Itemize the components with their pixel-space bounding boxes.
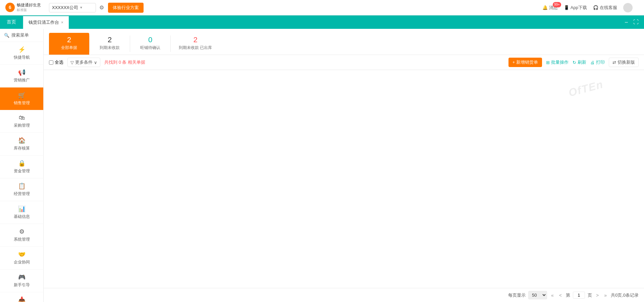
batch-label: 批量操作 bbox=[551, 59, 569, 65]
search-menu-item[interactable]: 🔍 搜索菜单 bbox=[0, 29, 43, 42]
stat-tab-pending-confirm[interactable]: 0 旺铺待确认 bbox=[130, 33, 170, 55]
notification-badge: 99+ bbox=[553, 2, 561, 7]
sidebar-item-beginner[interactable]: 🎮 新手引导 bbox=[0, 269, 43, 292]
prev-page-button[interactable]: < bbox=[558, 292, 563, 299]
filter-icon: ▽ bbox=[70, 60, 74, 65]
sales-icon: 🛒 bbox=[18, 92, 25, 99]
online-service[interactable]: 🎧 在线客服 bbox=[593, 5, 617, 11]
home-label: 首页 bbox=[7, 19, 16, 25]
per-page-select[interactable]: 50 100 200 bbox=[528, 291, 547, 299]
quick-nav-icon: ⚡ bbox=[18, 46, 25, 53]
logo-icon: 6 bbox=[5, 3, 15, 12]
content-area: 2 全部单据 2 到期未收款 0 旺铺待确认 2 到期未收款 已出库 bbox=[44, 29, 644, 302]
company-selector[interactable]: XXXXXX公司 ▼ bbox=[49, 3, 96, 12]
tab-close-icon[interactable]: × bbox=[61, 20, 63, 25]
sidebar-item-label: 新手引导 bbox=[14, 282, 30, 288]
stat-tab-overdue-unshipped[interactable]: 2 到期未收款 已出库 bbox=[171, 33, 220, 55]
notification-area[interactable]: 🔔 消息 99+ bbox=[542, 5, 558, 11]
sidebar-item-inventory[interactable]: 🏠 库存核算 bbox=[0, 133, 43, 156]
sidebar-item-sales[interactable]: 🛒 销售管理 bbox=[0, 87, 43, 110]
search-icon: 🔍 bbox=[4, 33, 9, 38]
next-page-button[interactable]: > bbox=[595, 292, 600, 299]
settings-icon[interactable]: ⚙ bbox=[99, 4, 104, 11]
found-count-text: 共找到 0 条 相关单据 bbox=[104, 59, 145, 65]
operation-icon: 📋 bbox=[18, 182, 25, 190]
bell-icon: 🔔 bbox=[542, 5, 548, 10]
stat-label-pending-confirm: 旺铺待确认 bbox=[140, 45, 160, 51]
sidebar-item-app-center[interactable]: 📥 应用中心 bbox=[0, 292, 43, 302]
first-page-button[interactable]: « bbox=[550, 292, 555, 299]
print-icon: 🖨 bbox=[590, 60, 595, 65]
stat-num-overdue-unpaid: 2 bbox=[108, 36, 112, 44]
top-right-area: 🔔 消息 99+ 📱 App下载 🎧 在线客服 bbox=[542, 3, 639, 12]
sidebar-item-cooperation[interactable]: 🤝 企业协同 bbox=[0, 247, 43, 269]
sidebar-item-purchase[interactable]: 🛍 采购管理 bbox=[0, 110, 43, 133]
app-download[interactable]: 📱 App下载 bbox=[564, 5, 587, 11]
sidebar-item-label: 系统管理 bbox=[14, 237, 30, 242]
top-bar: 6 畅捷通好生意 标准版 XXXXXX公司 ▼ ⚙ 体验行业方案 🔔 消息 99… bbox=[0, 0, 644, 15]
beginner-icon: 🎮 bbox=[18, 274, 25, 281]
system-icon: ⚙ bbox=[19, 228, 24, 235]
filter-label: 更多条件 bbox=[75, 59, 93, 65]
sidebar-item-base-info[interactable]: 📊 基础信息 bbox=[0, 201, 43, 224]
switch-version-button[interactable]: ⇄ 切换新版 bbox=[609, 58, 639, 67]
avatar[interactable] bbox=[623, 3, 633, 12]
total-info: 共0页,0条记录 bbox=[611, 292, 639, 298]
found-number: 0 bbox=[119, 60, 121, 65]
online-service-label: 在线客服 bbox=[600, 5, 617, 11]
inventory-icon: 🏠 bbox=[18, 137, 25, 144]
sidebar-item-operation[interactable]: 📋 经营管理 bbox=[0, 178, 43, 201]
switch-icon: ⇄ bbox=[612, 60, 616, 65]
company-name: XXXXXX公司 bbox=[52, 5, 78, 11]
tab-minimize-icon[interactable]: – bbox=[624, 18, 629, 26]
sidebar-item-system[interactable]: ⚙ 系统管理 bbox=[0, 224, 43, 247]
marketing-icon: 📢 bbox=[18, 69, 25, 76]
search-menu-label: 搜索菜单 bbox=[11, 32, 29, 38]
base-info-icon: 📊 bbox=[18, 205, 25, 213]
sidebar: 🔍 搜索菜单 ⚡ 快捷导航 📢 营销推广 🛒 销售管理 🛍 采购管理 🏠 库存核… bbox=[0, 29, 44, 302]
stat-num-overdue-unshipped: 2 bbox=[194, 36, 198, 44]
last-page-button[interactable]: » bbox=[603, 292, 608, 299]
select-all-label: 全选 bbox=[55, 59, 63, 65]
print-label: 打印 bbox=[596, 59, 605, 65]
select-all-checkbox[interactable]: 全选 bbox=[49, 59, 63, 65]
add-sales-order-button[interactable]: + 新增销货单 bbox=[508, 58, 542, 67]
logo-area: 6 畅捷通好生意 标准版 bbox=[5, 3, 49, 12]
company-dropdown-icon: ▼ bbox=[79, 6, 83, 9]
tab-maximize-icon[interactable]: ⛶ bbox=[632, 18, 640, 26]
sidebar-item-label: 企业协同 bbox=[14, 259, 30, 265]
refresh-button[interactable]: ↻ 刷新 bbox=[573, 59, 586, 65]
sidebar-item-label: 库存核算 bbox=[14, 145, 30, 151]
sidebar-item-label: 营销推广 bbox=[14, 77, 30, 83]
print-button[interactable]: 🖨 打印 bbox=[590, 59, 605, 65]
tab-home[interactable]: 首页 bbox=[0, 15, 23, 29]
sidebar-item-quick-nav[interactable]: ⚡ 快捷导航 bbox=[0, 42, 43, 65]
toolbar: 全选 ▽ 更多条件 ∨ 共找到 0 条 相关单据 + 新增销货单 ⊞ 批量操作 bbox=[44, 55, 644, 70]
service-icon: 🎧 bbox=[593, 5, 598, 10]
per-page-label: 每页显示 bbox=[508, 292, 526, 298]
batch-operation-button[interactable]: ⊞ 批量操作 bbox=[546, 59, 569, 65]
refresh-label: 刷新 bbox=[578, 59, 586, 65]
trial-button[interactable]: 体验行业方案 bbox=[108, 3, 144, 13]
filter-dropdown-icon: ∨ bbox=[94, 60, 97, 65]
page-input[interactable] bbox=[573, 292, 585, 299]
batch-icon: ⊞ bbox=[546, 60, 550, 65]
filter-button[interactable]: ▽ 更多条件 ∨ bbox=[67, 58, 100, 67]
purchase-icon: 🛍 bbox=[19, 114, 25, 121]
stat-label-overdue-unshipped: 到期未收款 已出库 bbox=[179, 45, 212, 51]
stat-tab-overdue-unpaid[interactable]: 2 到期未收款 bbox=[90, 33, 130, 55]
sidebar-item-finance[interactable]: 🔒 资金管理 bbox=[0, 156, 43, 178]
sidebar-item-label: 采购管理 bbox=[14, 123, 30, 128]
app-center-icon: 📥 bbox=[18, 296, 25, 302]
found-suffix: 相关单据 bbox=[128, 60, 145, 65]
sidebar-item-label: 销售管理 bbox=[14, 100, 30, 106]
found-prefix: 共找到 bbox=[104, 60, 117, 65]
sidebar-item-marketing[interactable]: 📢 营销推广 bbox=[0, 65, 43, 87]
app-download-label: App下载 bbox=[571, 5, 587, 11]
tab-active[interactable]: 钱货日清工作台 × bbox=[23, 15, 69, 29]
select-all-input[interactable] bbox=[49, 60, 53, 65]
stat-tab-all[interactable]: 2 全部单据 bbox=[49, 33, 89, 55]
logo-text: 畅捷通好生意 bbox=[17, 3, 41, 7]
sidebar-item-label: 快捷导航 bbox=[14, 55, 30, 60]
table-area bbox=[44, 70, 644, 288]
